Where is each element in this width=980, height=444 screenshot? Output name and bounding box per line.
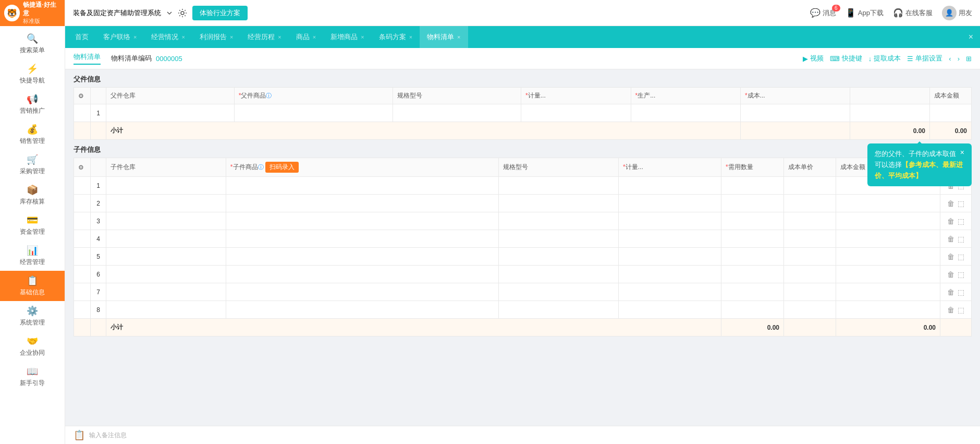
child-r8-spec[interactable] <box>499 301 619 319</box>
child-r3-warehouse[interactable] <box>106 212 226 230</box>
sidebar-item-collab[interactable]: 🤝 企业协同 <box>0 331 65 362</box>
tab-new-goods[interactable]: 新增商品 × <box>323 26 371 48</box>
delete-icon-r6[interactable]: 🗑 <box>947 270 954 279</box>
child-r7-unit-cost[interactable] <box>784 283 836 301</box>
child-r6-warehouse[interactable] <box>106 266 226 283</box>
child-r1-goods[interactable] <box>226 177 498 195</box>
tab-customer-close[interactable]: × <box>133 34 137 40</box>
tab-customer[interactable]: 客户联络 × <box>96 26 144 48</box>
tooltip-close-btn[interactable]: × <box>960 149 964 156</box>
tab-history-close[interactable]: × <box>278 34 281 40</box>
copy-icon-r4[interactable]: ⬚ <box>958 235 964 243</box>
toolbar-nav-next[interactable]: › <box>958 55 960 63</box>
tab-bom-close[interactable]: × <box>457 34 460 40</box>
child-r3-unit[interactable] <box>619 212 721 230</box>
child-r1-warehouse[interactable] <box>106 177 226 195</box>
sidebar-item-basic[interactable]: 📋 基础信息 <box>0 271 65 301</box>
child-r2-goods[interactable] <box>226 195 498 212</box>
delete-icon-r2[interactable]: 🗑 <box>947 199 954 208</box>
child-r1-spec[interactable] <box>499 177 619 195</box>
child-r2-qty[interactable] <box>721 195 784 212</box>
child-r6-unit-cost[interactable] <box>784 266 836 283</box>
child-r7-qty[interactable] <box>721 283 784 301</box>
child-r2-spec[interactable] <box>499 195 619 212</box>
toolbar-grid-icon[interactable]: ⊞ <box>966 55 972 63</box>
child-r5-unit-cost[interactable] <box>784 248 836 266</box>
sidebar-item-nav[interactable]: ⚡ 快捷导航 <box>0 59 65 89</box>
parent-row1-goods[interactable] <box>234 104 393 122</box>
child-r5-qty[interactable] <box>721 248 784 266</box>
tab-new-goods-close[interactable]: × <box>361 34 364 40</box>
tab-goods-close[interactable]: × <box>313 34 316 40</box>
sidebar-item-search[interactable]: 🔍 搜索菜单 <box>0 29 65 59</box>
child-r8-unit[interactable] <box>619 301 721 319</box>
child-r1-qty[interactable] <box>721 177 784 195</box>
child-r5-unit[interactable] <box>619 248 721 266</box>
child-r4-spec[interactable] <box>499 230 619 248</box>
parent-row1-cost[interactable] <box>740 104 850 122</box>
child-r1-unit-cost[interactable] <box>784 177 836 195</box>
sidebar-item-inventory[interactable]: 📦 库存核算 <box>0 180 65 210</box>
child-r2-unit[interactable] <box>619 195 721 212</box>
sidebar-item-system[interactable]: ⚙️ 系统管理 <box>0 301 65 331</box>
toolbar-nav-prev[interactable]: ‹ <box>949 55 951 63</box>
tab-goods[interactable]: 商品 × <box>289 26 323 48</box>
child-r3-spec[interactable] <box>499 212 619 230</box>
copy-icon-r2[interactable]: ⬚ <box>958 199 964 208</box>
parent-row1-warehouse[interactable] <box>106 104 235 122</box>
child-r6-spec[interactable] <box>499 266 619 283</box>
sidebar-item-guide[interactable]: 📖 新手引导 <box>0 362 65 392</box>
tab-barcode[interactable]: 条码方案 × <box>372 26 420 48</box>
parent-col-settings[interactable]: ⚙ <box>74 88 91 104</box>
sidebar-item-marketing[interactable]: 📢 营销推广 <box>0 89 65 119</box>
global-close-btn[interactable]: × <box>964 32 977 42</box>
child-r5-warehouse[interactable] <box>106 248 226 266</box>
child-r5-spec[interactable] <box>499 248 619 266</box>
sidebar-item-sales[interactable]: 💰 销售管理 <box>0 119 65 150</box>
copy-icon-r6[interactable]: ⬚ <box>958 270 964 279</box>
copy-icon-r7[interactable]: ⬚ <box>958 288 964 296</box>
child-r4-unit-cost[interactable] <box>784 230 836 248</box>
tab-barcode-close[interactable]: × <box>409 34 412 40</box>
delete-icon-r4[interactable]: 🗑 <box>947 235 954 243</box>
tab-profit-close[interactable]: × <box>230 34 233 40</box>
child-r6-unit[interactable] <box>619 266 721 283</box>
child-col-settings[interactable]: ⚙ <box>74 158 91 177</box>
delete-icon-r7[interactable]: 🗑 <box>947 288 954 296</box>
settings-icon[interactable] <box>178 8 187 18</box>
child-r7-spec[interactable] <box>499 283 619 301</box>
user-item[interactable]: 👤 用友 <box>942 6 972 20</box>
child-r8-warehouse[interactable] <box>106 301 226 319</box>
toolbar-extract-cost[interactable]: ↓ 提取成本 <box>868 54 901 63</box>
copy-icon-r8[interactable]: ⬚ <box>958 306 964 314</box>
delete-icon-r3[interactable]: 🗑 <box>947 217 954 225</box>
child-r7-warehouse[interactable] <box>106 283 226 301</box>
child-r2-unit-cost[interactable] <box>784 195 836 212</box>
copy-icon-r5[interactable]: ⬚ <box>958 253 964 261</box>
tab-operations-close[interactable]: × <box>181 34 185 40</box>
copy-icon-r3[interactable]: ⬚ <box>958 217 964 225</box>
toolbar-single-settings[interactable]: ☰ 单据设置 <box>907 54 942 63</box>
child-r2-warehouse[interactable] <box>106 195 226 212</box>
messages-item[interactable]: 💬 消息 6 <box>810 8 836 18</box>
child-r4-warehouse[interactable] <box>106 230 226 248</box>
child-r6-goods[interactable] <box>226 266 498 283</box>
delete-icon-r8[interactable]: 🗑 <box>947 306 954 314</box>
toolbar-video[interactable]: ▶ 视频 <box>803 54 824 63</box>
experience-btn[interactable]: 体验行业方案 <box>192 6 248 20</box>
child-r8-goods[interactable] <box>226 301 498 319</box>
child-r3-goods[interactable] <box>226 212 498 230</box>
child-r4-qty[interactable] <box>721 230 784 248</box>
tab-operations[interactable]: 经营情况 × <box>144 26 192 48</box>
sidebar-item-finance[interactable]: 💳 资金管理 <box>0 210 65 241</box>
child-r5-goods[interactable] <box>226 248 498 266</box>
child-r8-qty[interactable] <box>721 301 784 319</box>
page-tab-bom[interactable]: 物料清单 <box>74 52 101 65</box>
child-r3-qty[interactable] <box>721 212 784 230</box>
child-r4-unit[interactable] <box>619 230 721 248</box>
child-r1-unit[interactable] <box>619 177 721 195</box>
tab-home[interactable]: 首页 <box>68 26 96 48</box>
sidebar-item-purchase[interactable]: 🛒 采购管理 <box>0 150 65 180</box>
child-r7-unit[interactable] <box>619 283 721 301</box>
child-r6-qty[interactable] <box>721 266 784 283</box>
